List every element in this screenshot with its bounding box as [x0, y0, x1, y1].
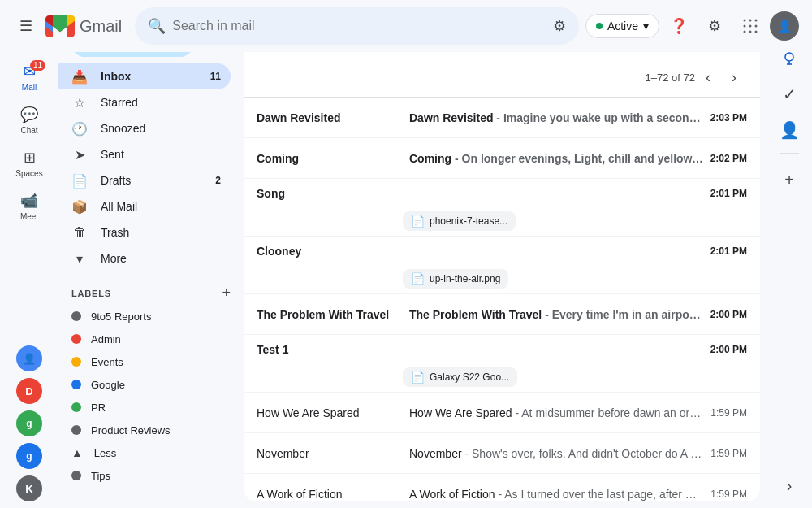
email-sender: Test 1 — [257, 343, 403, 356]
divider — [780, 153, 799, 154]
email-time: 2:03 PM — [710, 112, 747, 124]
right-panel: 📅 ✓ 👤 + › — [767, 0, 812, 508]
filter-icon[interactable]: ⚙ — [553, 17, 566, 35]
email-row[interactable]: Coming Coming - On longer evenings, Ligh… — [244, 138, 760, 179]
sidebar-item-inbox[interactable]: 📥 Inbox 11 — [58, 63, 231, 89]
left-nav-meet[interactable]: 📹 Meet — [0, 188, 58, 224]
attachment-row[interactable]: 📄 up-in-the-air.png — [244, 266, 760, 294]
label-name: PR — [91, 402, 106, 414]
search-bar[interactable]: 🔍 ⚙ — [135, 7, 579, 45]
attachment-chip[interactable]: 📄 up-in-the-air.png — [403, 269, 508, 289]
left-nav-spaces[interactable]: ⊞ Spaces — [0, 145, 58, 181]
apps-button[interactable] — [734, 10, 767, 42]
status-dot — [596, 23, 603, 29]
attachment-chip[interactable]: 📄 Galaxy S22 Goo... — [403, 367, 517, 387]
user-switcher: 👤 D g g K — [16, 339, 42, 508]
account-avatar-5[interactable]: K — [16, 475, 42, 501]
email-row[interactable]: Dawn Revisited Dawn Revisited - Imagine … — [244, 98, 760, 138]
more-label: More — [101, 252, 221, 265]
settings-button[interactable]: ⚙ — [698, 10, 731, 42]
add-app-button[interactable]: + — [773, 163, 806, 196]
email-body: A Work of Fiction - As I turned over the… — [409, 488, 704, 501]
sidebar-item-snoozed[interactable]: 🕐 Snoozed — [58, 115, 231, 141]
account-avatar-4[interactable]: g — [16, 443, 42, 469]
account-avatar-1[interactable]: 👤 — [16, 345, 42, 371]
attachment-row[interactable]: 📄 Galaxy S22 Goo... — [244, 364, 760, 393]
email-row[interactable]: November November - Show's over, folks. … — [244, 433, 760, 474]
meet-icon: 📹 — [19, 191, 39, 211]
gmail-logo: Gmail — [45, 15, 122, 37]
sidebar-item-allmail[interactable]: 📦 All Mail — [58, 193, 231, 219]
email-row[interactable]: A Work of Fiction A Work of Fiction - As… — [244, 474, 760, 501]
svg-point-1 — [749, 20, 752, 22]
menu-button[interactable]: ☰ — [13, 11, 39, 41]
user-avatar[interactable]: 👤 — [770, 11, 799, 41]
left-nav-chat[interactable]: 💬 Chat — [0, 102, 58, 138]
mail-toolbar: 1–72 of 72 ‹ › — [244, 59, 760, 98]
label-less[interactable]: ▲ Less — [58, 441, 231, 464]
inbox-label: Inbox — [101, 70, 197, 83]
label-9to5reports[interactable]: 9to5 Reports — [58, 305, 231, 328]
email-time: 2:00 PM — [710, 344, 747, 355]
drafts-icon: 📄 — [71, 173, 88, 189]
email-body: How We Are Spared - At midsummer before … — [409, 406, 704, 419]
sidebar-item-trash[interactable]: 🗑 Trash — [58, 219, 231, 245]
next-page-button[interactable]: › — [721, 65, 747, 91]
search-input[interactable] — [172, 19, 546, 33]
mail-badge: 11 — [30, 60, 45, 71]
attachment-chip[interactable]: 📄 phoenix-7-tease... — [403, 211, 516, 231]
email-row[interactable]: How We Are Spared How We Are Spared - At… — [244, 393, 760, 433]
sidebar: ✏ Compose 📥 Inbox 11 ☆ Starred 🕐 Snoozed… — [58, 0, 244, 508]
email-sender: Dawn Revisited — [257, 111, 403, 124]
email-row[interactable]: The Problem With Travel The Problem With… — [244, 294, 760, 335]
add-label-button[interactable]: + — [222, 284, 231, 302]
chevron-left-icon[interactable]: › — [773, 469, 806, 501]
label-tips[interactable]: Tips — [58, 464, 231, 487]
snoozed-label: Snoozed — [101, 122, 221, 135]
label-google[interactable]: Google — [58, 373, 231, 396]
email-row[interactable]: Test 1 2:00 PM — [244, 335, 760, 364]
sidebar-item-drafts[interactable]: 📄 Drafts 2 — [58, 167, 231, 193]
prev-page-button[interactable]: ‹ — [695, 65, 721, 91]
sidebar-item-starred[interactable]: ☆ Starred — [58, 89, 231, 115]
label-name: Admin — [91, 333, 121, 345]
label-dot — [71, 471, 81, 480]
pagination-info: 1–72 of 72 — [646, 72, 695, 84]
label-product-reviews[interactable]: Product Reviews — [58, 419, 231, 441]
email-body: November - Show's over, folks. And didn'… — [409, 447, 704, 460]
left-nav-mail[interactable]: ✉ 11 Mail — [0, 59, 58, 95]
label-dot — [71, 425, 81, 435]
label-events[interactable]: Events — [58, 350, 231, 373]
label-name: Tips — [91, 470, 110, 482]
email-body: The Problem With Travel - Every time I'm… — [409, 308, 704, 321]
svg-point-0 — [744, 20, 746, 22]
allmail-icon: 📦 — [71, 199, 88, 215]
sidebar-item-more[interactable]: ▾ More — [58, 245, 231, 271]
trash-icon: 🗑 — [71, 225, 88, 240]
chat-icon: 💬 — [19, 105, 39, 124]
allmail-label: All Mail — [101, 200, 221, 213]
contacts-button[interactable]: 👤 — [773, 114, 806, 146]
email-row[interactable]: Song 2:01 PM — [244, 179, 760, 208]
tasks-button[interactable]: ✓ — [773, 78, 806, 111]
attachment-icon: 📄 — [411, 272, 425, 285]
email-time: 2:01 PM — [710, 188, 747, 199]
attachment-row[interactable]: 📄 phoenix-7-tease... — [244, 208, 760, 237]
starred-label: Starred — [101, 96, 221, 109]
drafts-count: 2 — [215, 175, 221, 186]
email-sender: A Work of Fiction — [257, 488, 403, 501]
svg-point-7 — [749, 31, 752, 33]
account-avatar-2[interactable]: D — [16, 378, 42, 404]
sidebar-item-sent[interactable]: ➤ Sent — [58, 141, 231, 167]
expand-button[interactable]: › — [773, 469, 806, 501]
account-avatar-3[interactable]: g — [16, 410, 42, 436]
help-button[interactable]: ❓ — [663, 10, 695, 42]
label-pr[interactable]: PR — [58, 396, 231, 419]
email-time: 2:00 PM — [710, 309, 747, 320]
label-name: 9to5 Reports — [91, 310, 151, 323]
label-admin[interactable]: Admin — [58, 328, 231, 350]
email-sender: Coming — [257, 152, 403, 165]
apps-icon — [742, 18, 758, 34]
email-row[interactable]: Clooney 2:01 PM — [244, 237, 760, 266]
status-badge[interactable]: Active ▾ — [585, 14, 659, 38]
